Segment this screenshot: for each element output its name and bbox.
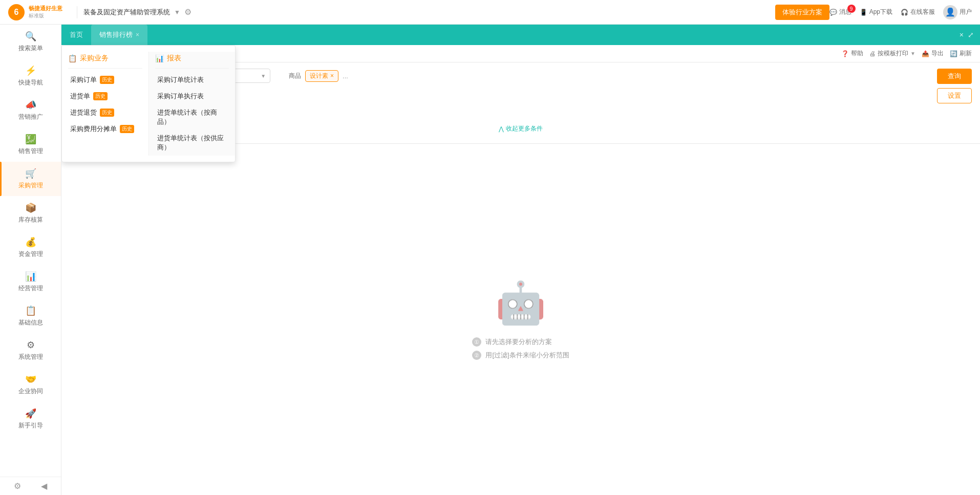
search-icon: 🔍 [25, 31, 36, 42]
sidebar-item-operations[interactable]: 📊 经营管理 [0, 265, 61, 299]
goods-tag-close-btn[interactable]: × [330, 72, 334, 79]
empty-tip-1: ① 请先选择要分析的方案 [472, 337, 569, 347]
dropdown-item-goods-in[interactable]: 进货单 历史 [68, 88, 142, 104]
logo-area: 6 畅捷通好生意 标准版 [8, 4, 62, 20]
history-badge-4[interactable]: 历史 [120, 125, 134, 133]
sidebar-item-search[interactable]: 🔍 搜索菜单 [0, 25, 61, 59]
sidebar-settings-btn[interactable]: ⚙ [14, 481, 21, 491]
history-badge-2[interactable]: 历史 [93, 92, 108, 100]
quick-nav-icon: ⚡ [25, 65, 36, 76]
goods-filter: 商品 设计素 × ... [289, 70, 348, 82]
dropdown-col-business-title: 📋 采购业务 [68, 52, 142, 69]
main-area: 🔍 搜索菜单 ⚡ 快捷导航 📣 营销推广 💹 销售管理 🛒 采购管理 📦 [0, 25, 980, 495]
dropdown-item-expense[interactable]: 采购费用分摊单 历史 [68, 121, 142, 137]
print-arrow-icon[interactable]: ▼ [910, 51, 915, 56]
sidebar-item-quick-nav[interactable]: ⚡ 快捷导航 [0, 59, 61, 93]
guide-icon: 🚀 [25, 408, 36, 419]
purchase-dropdown-menu: 📋 采购业务 采购订单 历史 进货单 历史 [61, 45, 236, 162]
tab-home[interactable]: 首页 [61, 25, 91, 45]
marketing-icon: 📣 [25, 99, 36, 111]
user-avatar: 👤 [943, 5, 957, 19]
sidebar-item-enterprise[interactable]: 🤝 企业协同 [0, 368, 61, 402]
sidebar: 🔍 搜索菜单 ⚡ 快捷导航 📣 营销推广 💹 销售管理 🛒 采购管理 📦 [0, 25, 61, 495]
tip-num-2: ② [472, 351, 481, 360]
settings-btn[interactable]: 设置 [937, 88, 972, 103]
sales-icon: 💹 [25, 134, 36, 145]
tab-close-btn[interactable]: × [136, 31, 139, 38]
basic-info-icon: 📋 [25, 305, 36, 316]
select-arrow-icon: ▼ [261, 73, 266, 79]
query-btn[interactable]: 查询 [937, 69, 972, 84]
sidebar-item-system[interactable]: ⚙ 系统管理 [0, 333, 61, 368]
top-divider [77, 6, 77, 18]
dropdown-item-report-order-exec[interactable]: 采购订单执行表 [155, 88, 229, 104]
enterprise-icon: 🤝 [25, 374, 36, 385]
message-icon: 💬 [829, 9, 837, 16]
help-icon: ❓ [841, 50, 849, 57]
content-area: 首页 销售排行榜 × × ⤢ 📋 采购业务 [61, 25, 980, 495]
sidebar-item-guide[interactable]: 🚀 新手引导 [0, 402, 61, 436]
empty-tip-2: ② 用[过滤]条件来缩小分析范围 [472, 351, 569, 360]
sidebar-item-inventory[interactable]: 📦 库存核算 [0, 196, 61, 230]
dropdown-item-report-order-stat[interactable]: 采购订单统计表 [155, 72, 229, 88]
refresh-icon: 🔄 [950, 50, 957, 57]
tab-expand-btn[interactable]: ⤢ [968, 31, 974, 39]
goods-dots-btn[interactable]: ... [343, 72, 348, 80]
empty-state-icon: 🤖 [495, 279, 546, 327]
action-btn-group: 查询 设置 [937, 69, 972, 103]
dropdown-item-return[interactable]: 进货退货 历史 [68, 104, 142, 121]
message-badge: 9 [847, 5, 856, 13]
sidebar-item-sales[interactable]: 💹 销售管理 [0, 127, 61, 162]
operations-icon: 📊 [25, 271, 36, 282]
user-avatar-btn[interactable]: 👤 用户 [943, 5, 972, 19]
title-dropdown-arrow[interactable]: ▼ [174, 9, 180, 16]
online-service-btn[interactable]: 🎧 在线客服 [901, 8, 935, 16]
collapse-btn[interactable]: ⋀ 收起更多条件 [499, 120, 543, 137]
sidebar-item-funds[interactable]: 💰 资金管理 [0, 230, 61, 265]
reports-title-icon: 📊 [155, 54, 164, 62]
sidebar-collapse-btn[interactable]: ◀ [41, 481, 47, 491]
logo-text: 畅捷通好生意 标准版 [29, 5, 62, 19]
sidebar-item-purchase[interactable]: 🛒 采购管理 [0, 162, 61, 196]
logo-icon: 6 [8, 4, 25, 20]
export-btn[interactable]: 📤 导出 [922, 49, 944, 58]
export-icon: 📤 [922, 50, 929, 57]
dropdown-col-reports: 📊 报表 采购订单统计表 采购订单执行表 进货单统计表（按商品） [149, 52, 236, 156]
system-title-text: 装备及固定资产辅助管理系统 [83, 8, 170, 17]
print-btn[interactable]: 🖨 按模板打印 ▼ [869, 49, 915, 58]
sidebar-bottom: ⚙ ◀ [0, 477, 61, 495]
tab-actions: × ⤢ [960, 31, 980, 39]
system-title-area: 装备及固定资产辅助管理系统 ▼ ⚙ [83, 7, 775, 17]
title-settings-icon[interactable]: ⚙ [184, 7, 191, 17]
empty-state-content: 🤖 ① 请先选择要分析的方案 ② 用[过滤]条件来缩小分析范围 [472, 279, 569, 360]
history-badge-3[interactable]: 历史 [100, 109, 114, 117]
goods-tag: 设计素 × [305, 70, 338, 82]
message-btn[interactable]: 💬 消息 9 [829, 8, 851, 16]
business-title-icon: 📋 [68, 54, 77, 62]
phone-icon: 📱 [860, 9, 867, 16]
dropdown-col-reports-title: 📊 报表 [155, 52, 229, 69]
purchase-icon: 🛒 [25, 168, 36, 179]
empty-state: 🤖 ① 请先选择要分析的方案 ② 用[过滤]条件来缩小分析范围 [61, 144, 980, 495]
system-icon: ⚙ [27, 339, 35, 351]
tab-bar: 首页 销售排行榜 × × ⤢ 📋 采购业务 [61, 25, 980, 45]
refresh-btn[interactable]: 🔄 刷新 [950, 49, 972, 58]
inventory-icon: 📦 [25, 202, 36, 213]
tab-close-window-btn[interactable]: × [960, 31, 964, 39]
industry-btn[interactable]: 体验行业方案 [775, 5, 829, 20]
sidebar-item-marketing[interactable]: 📣 营销推广 [0, 93, 61, 127]
dropdown-item-purchase-order[interactable]: 采购订单 历史 [68, 72, 142, 88]
app-download-btn[interactable]: 📱 App下载 [860, 8, 892, 16]
dropdown-columns: 📋 采购业务 采购订单 历史 进货单 历史 [62, 52, 235, 156]
funds-icon: 💰 [25, 236, 36, 248]
dropdown-item-report-goods-stat[interactable]: 进货单统计表（按商品） [155, 104, 229, 130]
tip-num-1: ① [472, 337, 481, 347]
help-btn[interactable]: ❓ 帮助 [841, 49, 863, 58]
sidebar-item-basic-info[interactable]: 📋 基础信息 [0, 299, 61, 333]
empty-tips: ① 请先选择要分析的方案 ② 用[过滤]条件来缩小分析范围 [472, 337, 569, 360]
dropdown-col-business: 📋 采购业务 采购订单 历史 进货单 历史 [62, 52, 148, 156]
history-badge-1[interactable]: 历史 [100, 76, 114, 84]
tab-sales-rank[interactable]: 销售排行榜 × [91, 25, 147, 45]
top-bar: 6 畅捷通好生意 标准版 装备及固定资产辅助管理系统 ▼ ⚙ 体验行业方案 💬 … [0, 0, 980, 25]
dropdown-item-report-supplier-stat[interactable]: 进货单统计表（按供应商） [155, 130, 229, 156]
